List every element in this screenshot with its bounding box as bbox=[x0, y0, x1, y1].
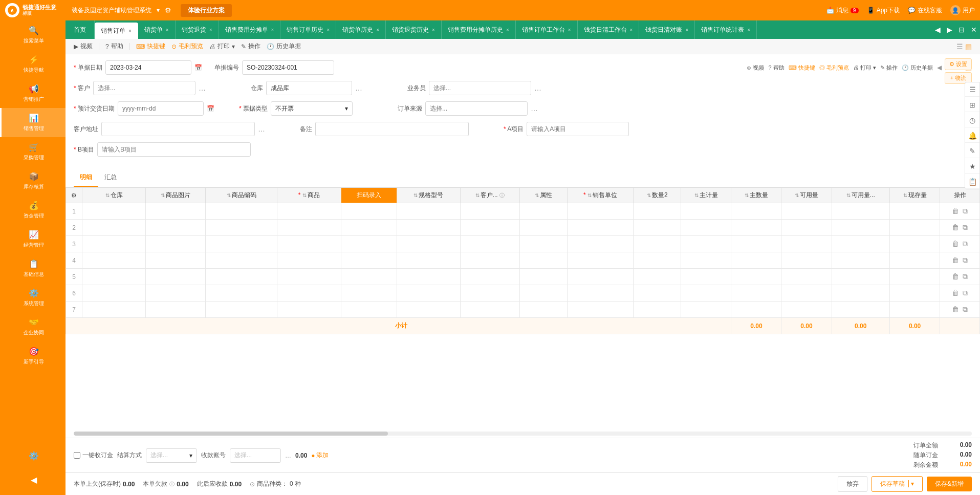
row-unit-7[interactable] bbox=[567, 302, 633, 318]
tab-close-5[interactable]: × bbox=[326, 27, 330, 33]
delivery-calendar-icon[interactable]: 📅 bbox=[207, 105, 214, 112]
row-attr-5[interactable] bbox=[519, 269, 567, 285]
online-service-item[interactable]: 💬 在线客服 bbox=[908, 6, 942, 15]
sidebar-item-销售管理[interactable]: 📊销售管理 bbox=[0, 108, 66, 137]
toolbar-operations[interactable]: ✎ 操作 bbox=[241, 42, 260, 51]
row-avail2-7[interactable] bbox=[832, 302, 890, 318]
row-delete-5[interactable]: 🗑 bbox=[951, 271, 960, 282]
tab-2[interactable]: 销货单× bbox=[138, 20, 176, 39]
tab-close-8[interactable]: × bbox=[506, 27, 509, 33]
tab-0[interactable]: 首页 bbox=[66, 20, 95, 39]
row-stock-1[interactable] bbox=[890, 203, 940, 220]
row-main-unit-7[interactable] bbox=[681, 302, 731, 318]
row-copy-1[interactable]: ⧉ bbox=[962, 206, 969, 217]
row-code-1[interactable] bbox=[206, 203, 277, 220]
tab-5[interactable]: 销售订单历史× bbox=[280, 20, 336, 39]
row-avail-1[interactable] bbox=[781, 203, 832, 220]
right-panel-btn3[interactable]: ◷ bbox=[965, 113, 979, 127]
col-product-header[interactable]: ⇅商品 bbox=[277, 188, 341, 203]
settings-btn[interactable]: ⚙ 设置 bbox=[945, 58, 972, 70]
row-unit-6[interactable] bbox=[567, 285, 633, 302]
col-customer-header[interactable]: ⇅客户... ⓘ bbox=[460, 188, 519, 203]
row-spec-4[interactable] bbox=[397, 252, 460, 269]
col-unit-header[interactable]: ⇅销售单位 bbox=[567, 188, 633, 203]
row-avail2-2[interactable] bbox=[832, 220, 890, 236]
customer-ellipsis[interactable]: … bbox=[199, 84, 206, 92]
row-spec-7[interactable] bbox=[397, 302, 460, 318]
grid-view-icon[interactable]: ▦ bbox=[965, 42, 972, 51]
row-customer-1[interactable] bbox=[460, 203, 519, 220]
tab-next-arrow[interactable]: ▶ bbox=[944, 26, 955, 34]
col-avail-header[interactable]: ⇅可用量 bbox=[781, 188, 832, 203]
row-attr-6[interactable] bbox=[519, 285, 567, 302]
view-icon2[interactable]: ⊙ 视频 bbox=[747, 64, 764, 72]
col-attr-header[interactable]: ⇅属性 bbox=[519, 188, 567, 203]
save-draft-dropdown[interactable]: ▾ bbox=[908, 480, 914, 487]
tab-1[interactable]: 销售订单× bbox=[95, 23, 138, 39]
b-project-input[interactable] bbox=[97, 142, 251, 157]
right-panel-btn5[interactable]: ✎ bbox=[965, 144, 979, 158]
row-code-3[interactable] bbox=[206, 236, 277, 252]
tab-close-6[interactable]: × bbox=[376, 27, 379, 33]
note-input[interactable] bbox=[315, 122, 469, 136]
customer-input[interactable] bbox=[93, 81, 195, 95]
tab-close-2[interactable]: × bbox=[166, 27, 169, 33]
row-main-qty-1[interactable] bbox=[731, 203, 781, 220]
sidebar-item-经营管理[interactable]: 📈经营管理 bbox=[0, 225, 66, 254]
row-qty2-4[interactable] bbox=[634, 252, 681, 269]
delivery-input[interactable] bbox=[118, 101, 204, 116]
row-main-unit-5[interactable] bbox=[681, 269, 731, 285]
row-copy-3[interactable]: ⧉ bbox=[962, 239, 969, 249]
row-product-2[interactable] bbox=[277, 220, 341, 236]
account-select[interactable]: 选择... bbox=[230, 448, 281, 463]
col-code-header[interactable]: ⇅商品编码 bbox=[206, 188, 277, 203]
row-qty2-2[interactable] bbox=[634, 220, 681, 236]
row-code-6[interactable] bbox=[206, 285, 277, 302]
tab-more-icon[interactable]: ⊟ bbox=[955, 26, 968, 34]
row-qty2-6[interactable] bbox=[634, 285, 681, 302]
tab-prev-arrow[interactable]: ◀ bbox=[932, 26, 944, 34]
row-warehouse-5[interactable] bbox=[82, 269, 146, 285]
row-stock-7[interactable] bbox=[890, 302, 940, 318]
row-attr-2[interactable] bbox=[519, 220, 567, 236]
row-stock-3[interactable] bbox=[890, 236, 940, 252]
row-avail-2[interactable] bbox=[781, 220, 832, 236]
row-main-unit-6[interactable] bbox=[681, 285, 731, 302]
row-qty2-1[interactable] bbox=[634, 203, 681, 220]
notification-item[interactable]: 📩 消息 9 bbox=[826, 6, 859, 15]
row-attr-3[interactable] bbox=[519, 236, 567, 252]
row-scan-4[interactable] bbox=[341, 252, 397, 269]
right-panel-btn7[interactable]: 📋 bbox=[965, 175, 979, 189]
right-panel-btn4[interactable]: 🔔 bbox=[965, 128, 979, 143]
toolbar-help[interactable]: ? 帮助 bbox=[105, 42, 123, 51]
row-product-4[interactable] bbox=[277, 252, 341, 269]
sidebar-item-资金管理[interactable]: 💰资金管理 bbox=[0, 196, 66, 225]
row-main-unit-3[interactable] bbox=[681, 236, 731, 252]
row-delete-1[interactable]: 🗑 bbox=[951, 206, 960, 216]
row-spec-5[interactable] bbox=[397, 269, 460, 285]
tab-close-1[interactable]: × bbox=[128, 28, 132, 34]
col-warehouse-header[interactable]: ⇅仓库 bbox=[82, 188, 146, 203]
sidebar-item-新手引导[interactable]: 🎯新手引导 bbox=[0, 341, 66, 371]
print-icon2[interactable]: 🖨 打印 ▾ bbox=[853, 64, 876, 72]
toolbar-history[interactable]: 🕐 历史单据 bbox=[267, 42, 301, 51]
tab-6[interactable]: 销货单历史× bbox=[336, 20, 386, 39]
profit-icon2[interactable]: ◎ 毛利预览 bbox=[819, 64, 849, 72]
right-panel-btn6[interactable]: ★ bbox=[965, 159, 979, 174]
tab-close-3[interactable]: × bbox=[209, 27, 212, 33]
tab-close-9[interactable]: × bbox=[568, 27, 571, 33]
table-scrollbar[interactable] bbox=[74, 432, 972, 436]
row-copy-4[interactable]: ⧉ bbox=[962, 255, 969, 266]
row-unit-2[interactable] bbox=[567, 220, 633, 236]
col-avail2-header[interactable]: ⇅可用量... bbox=[832, 188, 890, 203]
col-main-qty-header[interactable]: ⇅主数量 bbox=[731, 188, 781, 203]
row-delete-7[interactable]: 🗑 bbox=[951, 304, 960, 314]
col-spec-header[interactable]: ⇅规格型号 bbox=[397, 188, 460, 203]
tab-close-12[interactable]: × bbox=[747, 27, 750, 33]
row-qty2-3[interactable] bbox=[634, 236, 681, 252]
row-main-unit-4[interactable] bbox=[681, 252, 731, 269]
row-main-qty-2[interactable] bbox=[731, 220, 781, 236]
row-product-7[interactable] bbox=[277, 302, 341, 318]
ops-icon2[interactable]: ✎ 操作 bbox=[880, 64, 898, 72]
row-unit-3[interactable] bbox=[567, 236, 633, 252]
